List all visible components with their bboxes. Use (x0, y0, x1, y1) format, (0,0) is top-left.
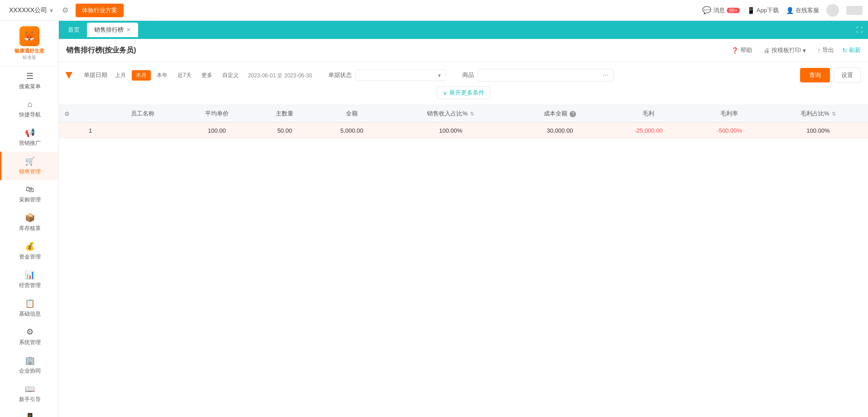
sidebar: 🦊 畅康通好生意 标准版 ☰ 搜索菜单 ⌂ 快捷导航 📢 营销推广 🛒 销售管理… (0, 21, 59, 417)
export-label: 导出 (822, 46, 834, 54)
row-profit: -25,000.00 (607, 123, 691, 139)
date-last-month[interactable]: 上月 (111, 70, 130, 81)
sidebar-item-quick-nav[interactable]: ⌂ 快捷导航 (0, 95, 58, 123)
sidebar-item-guide-label: 新手引导 (19, 396, 41, 403)
page-title: 销售排行榜(按业务员) (66, 46, 728, 55)
message-btn[interactable]: 💬 消息 99+ (702, 6, 740, 14)
service-icon: 👤 (786, 7, 794, 14)
status-select[interactable]: ▾ (355, 70, 446, 81)
filter-row-main: ▶ 单据日期 上月 本月 本年 近7天 更多 自定义 (66, 67, 861, 83)
sidebar-item-basic-info[interactable]: 📋 基础信息 (0, 294, 58, 322)
print-label: 按模板打印 (772, 46, 801, 54)
sidebar-item-finance-label: 资金管理 (19, 253, 41, 261)
sidebar-item-finance[interactable]: 💰 资金管理 (0, 237, 58, 265)
row-amount: 5,000.00 (316, 123, 388, 139)
col-sales-pct-label: 销售收入占比% (427, 110, 468, 117)
row-profit-rate: -500.00% (691, 123, 768, 139)
tab-sales-ranking[interactable]: 销售排行榜 ✕ (87, 23, 138, 37)
sidebar-item-inventory[interactable]: 📦 库存核算 (0, 208, 58, 237)
status-label: 单据状态 (328, 71, 352, 79)
col-settings-header: ⚙ (59, 105, 75, 123)
date-custom[interactable]: 自定义 (218, 70, 243, 81)
message-icon: 💬 (702, 6, 711, 14)
main-layout: 🦊 畅康通好生意 标准版 ☰ 搜索菜单 ⌂ 快捷导航 📢 营销推广 🛒 销售管理… (0, 21, 868, 417)
sidebar-item-purchase[interactable]: 🛍 采购管理 (0, 180, 58, 208)
date-last-7-days[interactable]: 近7天 (173, 70, 196, 81)
message-badge: 99+ (727, 8, 740, 13)
status-filter: 单据状态 ▾ (328, 70, 446, 81)
col-cost-label: 成本全额 (544, 110, 567, 117)
app-download-btn[interactable]: 📱 App下载 (747, 6, 779, 14)
goods-more-icon[interactable]: ··· (603, 71, 609, 79)
table-row: 1 100.00 50.00 5,000.00 100.00% 30,000.0… (59, 123, 868, 139)
goods-label: 商品 (462, 71, 474, 79)
sales-icon: 🛒 (25, 156, 35, 166)
sidebar-item-sales[interactable]: 🛒 销售管理 (0, 152, 58, 180)
sidebar-item-quick-nav-label: 快捷导航 (19, 111, 41, 119)
basic-info-icon: 📋 (25, 298, 35, 308)
enterprise-icon: 🏢 (25, 355, 35, 365)
sidebar-item-marketing[interactable]: 📢 营销推广 (0, 123, 58, 152)
avatar[interactable] (826, 4, 839, 17)
status-dropdown-icon: ▾ (438, 72, 441, 79)
sidebar-item-guide[interactable]: 📖 新手引导 (0, 379, 58, 408)
tab-expand-icon[interactable]: ⛶ (856, 26, 863, 34)
company-selector[interactable]: XXXXXX公司 ▾ (5, 5, 57, 16)
print-icon: 🖨 (764, 47, 770, 54)
cost-help-icon[interactable]: ? (570, 111, 576, 117)
filter-expand-row: ∨ 展开更多条件 (66, 86, 861, 99)
sidebar-item-enterprise[interactable]: 🏢 企业协同 (0, 351, 58, 379)
col-amount-label: 全额 (346, 110, 358, 117)
query-btn[interactable]: 查询 (800, 68, 830, 82)
col-profit-rate-label: 毛利率 (720, 110, 738, 117)
profit-pct-sort-icon[interactable]: ⇅ (832, 111, 836, 116)
search-order-icon: ☰ (26, 71, 34, 81)
sidebar-item-app-center[interactable]: 📱 应用中心 (0, 408, 58, 417)
tab-home[interactable]: 首页 (61, 23, 87, 37)
marketing-icon: 📢 (25, 128, 35, 138)
inventory-icon: 📦 (25, 213, 35, 223)
table-area: ⚙ 员工名称 平均单价 (59, 105, 868, 139)
print-btn[interactable]: 🖨 按模板打印 ▾ (760, 44, 810, 56)
sidebar-item-search-order[interactable]: ☰ 搜索菜单 (0, 67, 58, 95)
sidebar-item-system-label: 系统管理 (19, 339, 41, 346)
col-name-label: 员工名称 (131, 110, 154, 117)
settings-icon[interactable]: ⚙ (62, 6, 68, 14)
sidebar-item-system[interactable]: ⚙ 系统管理 (0, 322, 58, 351)
message-label: 消息 (713, 6, 725, 14)
sidebar-item-operations[interactable]: 📊 经营管理 (0, 265, 58, 294)
date-range-display: 2023-06-01 至 2023-06-30 (248, 72, 312, 80)
company-dropdown-icon: ▾ (50, 7, 53, 14)
help-btn[interactable]: ❓ 帮助 (728, 44, 756, 56)
settings-btn[interactable]: 设置 (834, 67, 861, 83)
date-this-month[interactable]: 本月 (132, 70, 151, 81)
tab-sales-ranking-label: 销售排行榜 (94, 26, 124, 34)
data-table: ⚙ 员工名称 平均单价 (59, 105, 868, 139)
print-dropdown-icon: ▾ (803, 47, 806, 54)
goods-select[interactable]: ··· (478, 69, 614, 81)
table-header-row: ⚙ 员工名称 平均单价 (59, 105, 868, 123)
col-qty-label: 主数量 (276, 110, 293, 117)
expand-icon: ∨ (443, 90, 447, 96)
tab-actions: ⛶ (856, 26, 866, 34)
expand-more-btn[interactable]: ∨ 展开更多条件 (437, 86, 490, 99)
refresh-btn[interactable]: ↻ 刷新 (842, 46, 861, 54)
tab-home-label: 首页 (68, 26, 80, 34)
trial-btn[interactable]: 体验行业方案 (76, 4, 124, 17)
date-more[interactable]: 更多 (197, 70, 216, 81)
content-area: 首页 销售排行榜 ✕ ⛶ 销售排行榜(按业务员) ❓ 帮助 (59, 21, 868, 417)
export-icon: ↑ (818, 47, 821, 54)
date-this-year[interactable]: 本年 (153, 70, 172, 81)
app-center-icon: 📱 (25, 412, 35, 417)
sidebar-item-search-order-label: 搜索菜单 (19, 83, 41, 91)
filter-collapse-btn[interactable]: ▶ (64, 72, 75, 79)
online-service-btn[interactable]: 👤 在线客服 (786, 6, 819, 14)
row-avg-price: 100.00 (180, 123, 254, 139)
col-profit-label: 毛利 (643, 110, 654, 117)
sales-pct-sort-icon[interactable]: ⇅ (470, 111, 474, 116)
table-settings-icon[interactable]: ⚙ (64, 110, 70, 117)
logo-sub-text: 标准版 (23, 54, 36, 61)
tab-close-icon[interactable]: ✕ (126, 27, 131, 33)
row-cost: 30,000.00 (513, 123, 606, 139)
export-btn[interactable]: ↑ 导出 (814, 44, 838, 56)
